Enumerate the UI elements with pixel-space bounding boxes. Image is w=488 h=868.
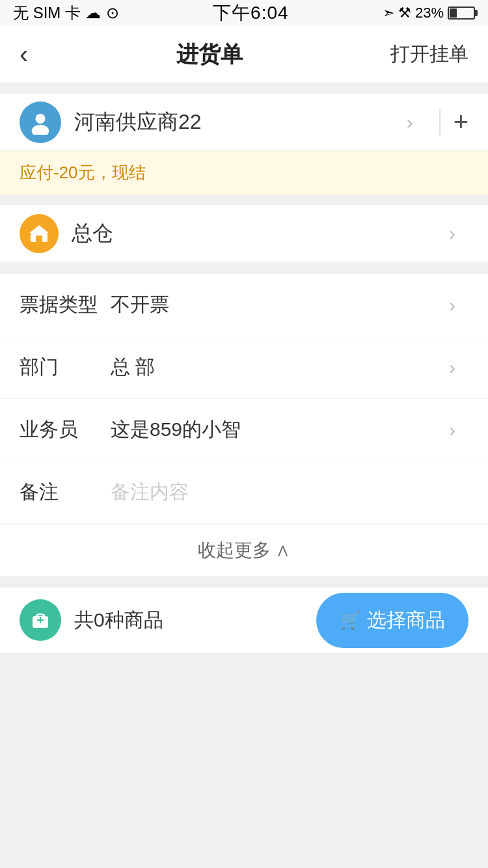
- section-divider-1: [0, 83, 488, 94]
- svg-point-1: [32, 124, 49, 134]
- department-value: 总 部: [98, 354, 449, 381]
- select-product-icon: 🛒: [340, 610, 360, 631]
- department-row[interactable]: 部门 总 部 ›: [0, 336, 488, 399]
- select-product-label: 选择商品: [367, 607, 445, 634]
- salesperson-chevron-icon: ›: [449, 419, 455, 441]
- invoice-type-chevron-icon: ›: [449, 294, 455, 316]
- svg-rect-4: [36, 236, 42, 242]
- salesperson-value: 这是859的小智: [98, 416, 449, 443]
- supplier-section: 河南供应商22 › +: [0, 94, 488, 151]
- section-divider-2: [0, 195, 488, 205]
- invoice-type-row[interactable]: 票据类型 不开票 ›: [0, 274, 488, 336]
- supplier-chevron-icon: ›: [407, 111, 413, 133]
- alarm-icon: ⚒: [398, 5, 411, 21]
- status-bar: 无 SIM 卡 ☁ ⊙ 下午6:04 ➣ ⚒ 23%: [0, 0, 488, 26]
- remark-input[interactable]: 备注内容: [98, 479, 468, 506]
- product-count-icon-bg: [20, 599, 61, 641]
- alert-banner: 应付-20元，现结: [0, 151, 488, 195]
- salesperson-label: 业务员: [20, 416, 98, 443]
- add-supplier-button[interactable]: +: [454, 107, 468, 137]
- page-title: 进货单: [176, 40, 243, 70]
- salesperson-row[interactable]: 业务员 这是859的小智 ›: [0, 399, 488, 461]
- collapse-label: 收起更多 ∧: [198, 538, 291, 563]
- invoice-type-label: 票据类型: [20, 292, 98, 318]
- battery-percent: 23%: [415, 5, 444, 21]
- open-pending-button[interactable]: 打开挂单: [390, 41, 468, 68]
- select-product-button[interactable]: 🛒 选择商品: [316, 593, 468, 648]
- wifi-icon: ⊙: [106, 4, 119, 22]
- warehouse-row[interactable]: 总仓 ›: [0, 205, 488, 262]
- bottom-bar: 共0种商品 🛒 选择商品: [0, 588, 488, 653]
- supplier-divider: [439, 109, 441, 135]
- remark-label: 备注: [20, 479, 98, 506]
- department-chevron-icon: ›: [449, 357, 455, 379]
- shopping-bag-icon: [29, 608, 52, 632]
- warehouse-name: 总仓: [72, 219, 449, 248]
- svg-marker-3: [29, 225, 49, 233]
- svg-point-0: [35, 113, 45, 123]
- page-background: [0, 653, 488, 848]
- invoice-type-value: 不开票: [98, 292, 449, 318]
- back-button[interactable]: ‹: [20, 40, 28, 69]
- department-label: 部门: [20, 354, 98, 381]
- warehouse-icon: [28, 223, 50, 245]
- location-icon: ➣: [383, 5, 394, 21]
- supplier-name[interactable]: 河南供应商22: [74, 108, 407, 137]
- warehouse-icon-bg: [20, 214, 59, 253]
- sim-indicator: 无 SIM 卡 ☁: [13, 3, 101, 23]
- supplier-avatar: [20, 102, 61, 143]
- status-left: 无 SIM 卡 ☁ ⊙: [13, 3, 119, 23]
- status-time: 下午6:04: [213, 1, 289, 25]
- status-right: ➣ ⚒ 23%: [383, 5, 475, 21]
- alert-text: 应付-20元，现结: [20, 163, 146, 182]
- product-count-text: 共0种商品: [74, 607, 316, 634]
- form-section: 票据类型 不开票 › 部门 总 部 › 业务员 这是859的小智 › 备注 备注…: [0, 274, 488, 576]
- battery-icon: [448, 7, 475, 20]
- nav-bar: ‹ 进货单 打开挂单: [0, 26, 488, 83]
- collapse-row[interactable]: 收起更多 ∧: [0, 524, 488, 576]
- section-divider-3: [0, 262, 488, 273]
- remark-row[interactable]: 备注 备注内容: [0, 461, 488, 524]
- section-divider-4: [0, 576, 488, 586]
- person-icon: [28, 110, 53, 135]
- warehouse-chevron-icon: ›: [449, 223, 455, 245]
